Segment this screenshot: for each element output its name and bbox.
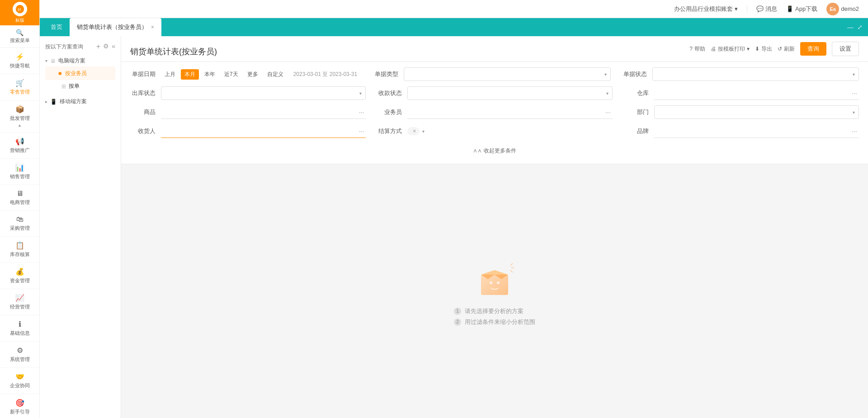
- dept-select[interactable]: ▾: [654, 105, 859, 119]
- sidebar-item-ecommerce[interactable]: 🖥 电商管理: [0, 185, 39, 211]
- mobile-section-label: 移动端方案: [60, 98, 87, 105]
- sidebar-item-retail[interactable]: 🛒 零售管理: [0, 74, 39, 100]
- filter-row-4: 收货人 ··· 结算方式 × ▾: [130, 124, 859, 138]
- doc-status-arrow: ▾: [853, 72, 855, 77]
- collapse-more-button[interactable]: ∧∧ 收起更多条件: [130, 143, 859, 158]
- date-tab-this-month[interactable]: 本月: [181, 69, 199, 80]
- sidebar-item-enterprise[interactable]: 🤝 企业协同: [0, 368, 39, 394]
- sidebar-item-marketing[interactable]: 📢 营销推广: [0, 133, 39, 159]
- panel-actions: + ⚙ «: [96, 43, 115, 51]
- doc-status-select[interactable]: ▾: [652, 67, 859, 81]
- settle-dropdown-arrow[interactable]: ▾: [422, 129, 425, 134]
- sidebar-item-quick-nav[interactable]: ⚡ 快捷导航: [0, 48, 39, 74]
- sidebar-item-basic-info[interactable]: ℹ 基础信息: [0, 315, 39, 342]
- settle-clear-button[interactable]: ×: [413, 128, 416, 134]
- sidebar-item-inventory[interactable]: 📋 库存核算: [0, 237, 39, 263]
- sidebar-item-guide[interactable]: 🎯 新手引导: [0, 394, 39, 418]
- user-profile[interactable]: Ea demo2: [826, 3, 859, 15]
- home-tab[interactable]: 首页: [43, 18, 70, 36]
- template-print-button[interactable]: 🖨 按模板打印 ▾: [711, 45, 750, 53]
- sidebar-item-purchase[interactable]: 🛍 采购管理: [0, 211, 39, 237]
- collapse-panel-button[interactable]: «: [112, 43, 115, 51]
- hint-num-1: 1: [454, 308, 461, 315]
- logo-icon: 好: [13, 2, 27, 16]
- empty-state: 1 请先选择要分析的方案 2 用过滤条件来缩小分析范围: [121, 164, 868, 418]
- marketing-label: 营销推广: [10, 147, 30, 154]
- query-button[interactable]: 查询: [800, 42, 826, 56]
- basic-info-icon: ℹ: [19, 320, 21, 328]
- sidebar-item-finance[interactable]: 💰 资金管理: [0, 263, 39, 289]
- app-selector[interactable]: 办公用品行业模拟账套 ▾: [674, 5, 738, 13]
- desktop-section-title[interactable]: ▾ 🖥 电脑端方案: [45, 55, 115, 66]
- receive-status-select[interactable]: ▾: [407, 86, 612, 100]
- empty-illustration: [472, 256, 517, 302]
- date-tab-last-month[interactable]: 上月: [161, 69, 179, 80]
- order-scheme-item[interactable]: ⊞ 按单: [45, 80, 115, 92]
- settle-control: × ▾: [407, 127, 612, 135]
- sidebar-item-sales[interactable]: 📊 销售管理: [0, 159, 39, 185]
- sidebar-item-system[interactable]: ⚙ 系统管理: [0, 342, 39, 368]
- empty-hint-2: 2 用过滤条件来缩小分析范围: [454, 318, 535, 326]
- expand-window-icon[interactable]: ⤢: [857, 24, 863, 31]
- app-download-button[interactable]: 📱 App下载: [786, 5, 817, 13]
- active-tab-label: 销货单统计表（按业务员）: [77, 23, 147, 31]
- sidebar-item-operation[interactable]: 📈 经营管理: [0, 289, 39, 315]
- receive-status-control: ▾: [407, 86, 612, 100]
- date-tab-custom[interactable]: 自定义: [264, 69, 287, 80]
- brand-select[interactable]: ···: [654, 124, 859, 138]
- add-scheme-button[interactable]: +: [96, 43, 100, 51]
- mobile-section-title[interactable]: ▸ 📱 移动端方案: [45, 96, 115, 107]
- export-icon: ⬇: [755, 46, 760, 52]
- search-menu-item[interactable]: 🔍 搜索菜单: [0, 25, 39, 48]
- print-dropdown-icon: ▾: [747, 46, 750, 52]
- goods-select[interactable]: ···: [161, 105, 366, 119]
- operation-icon: 📈: [15, 294, 24, 302]
- sidebar-item-wholesale[interactable]: 📦 批发管理 ▲: [0, 100, 39, 133]
- operation-label: 经营管理: [10, 304, 30, 310]
- date-tab-more[interactable]: 更多: [244, 69, 262, 80]
- left-panel: 按以下方案查询 + ⚙ « ▾ 🖥 电脑端方案 ● 按业: [40, 36, 121, 418]
- active-tab[interactable]: 销货单统计表（按业务员） ×: [70, 18, 161, 36]
- settle-label: 结算方式: [377, 127, 402, 135]
- dept-control: ▾: [654, 105, 859, 119]
- hint-num-2: 2: [454, 318, 461, 326]
- app-selector-chevron: ▾: [735, 5, 738, 12]
- salesperson-active-dot: ●: [58, 69, 62, 77]
- template-print-label: 按模板打印: [718, 45, 745, 53]
- date-tab-7days[interactable]: 近7天: [221, 69, 242, 80]
- doc-type-select[interactable]: ▾: [404, 67, 610, 81]
- goods-control: ···: [161, 105, 366, 119]
- retail-label: 零售管理: [10, 89, 30, 95]
- tab-close-icon[interactable]: ×: [151, 24, 154, 30]
- settings-button[interactable]: 设置: [832, 42, 859, 56]
- page-title: 销货单统计表(按业务员): [130, 46, 217, 57]
- out-status-select[interactable]: ▾: [161, 86, 366, 100]
- header-tabs-bar: 首页 销货单统计表（按业务员） × — ⤢: [40, 18, 868, 36]
- sidebar: 好 标版 🔍 搜索菜单 ⚡ 快捷导航 🛒 零售管理 📦 批发管理 ▲ 📢 营销推…: [0, 0, 40, 418]
- settle-clear-tag: ×: [407, 127, 420, 135]
- basic-info-label: 基础信息: [10, 330, 30, 337]
- page-actions: ? 帮助 🖨 按模板打印 ▾ ⬇ 导出 ↺: [689, 42, 859, 62]
- refresh-button[interactable]: ↺ 刷新: [778, 45, 795, 53]
- salesperson-scheme-item[interactable]: ● 按业务员: [45, 66, 115, 80]
- svg-line-7: [510, 270, 513, 272]
- message-button[interactable]: 💬 消息: [756, 5, 777, 13]
- user-name: demo2: [841, 5, 859, 12]
- minimize-window-icon[interactable]: —: [847, 24, 854, 31]
- help-button[interactable]: ? 帮助: [689, 45, 705, 53]
- date-range-control: 上月 本月 本年 近7天 更多 自定义 2023-03-01 至 2023-03…: [161, 69, 357, 80]
- export-button[interactable]: ⬇ 导出: [755, 45, 772, 53]
- salesperson-select[interactable]: ···: [407, 105, 612, 119]
- receiver-select[interactable]: ···: [161, 124, 366, 138]
- search-menu-label: 搜索菜单: [0, 37, 39, 44]
- settings-scheme-button[interactable]: ⚙: [103, 43, 109, 51]
- refresh-label: 刷新: [784, 45, 795, 53]
- date-tab-this-year[interactable]: 本年: [201, 69, 219, 80]
- goods-label: 商品: [130, 108, 156, 116]
- enterprise-icon: 🤝: [15, 372, 24, 381]
- doc-status-label: 单据状态: [622, 70, 647, 78]
- left-panel-header: 按以下方案查询 + ⚙ «: [40, 40, 121, 53]
- mobile-folder-icon: 📱: [50, 99, 57, 105]
- warehouse-select[interactable]: ···: [654, 86, 859, 100]
- out-status-control: ▾: [161, 86, 366, 100]
